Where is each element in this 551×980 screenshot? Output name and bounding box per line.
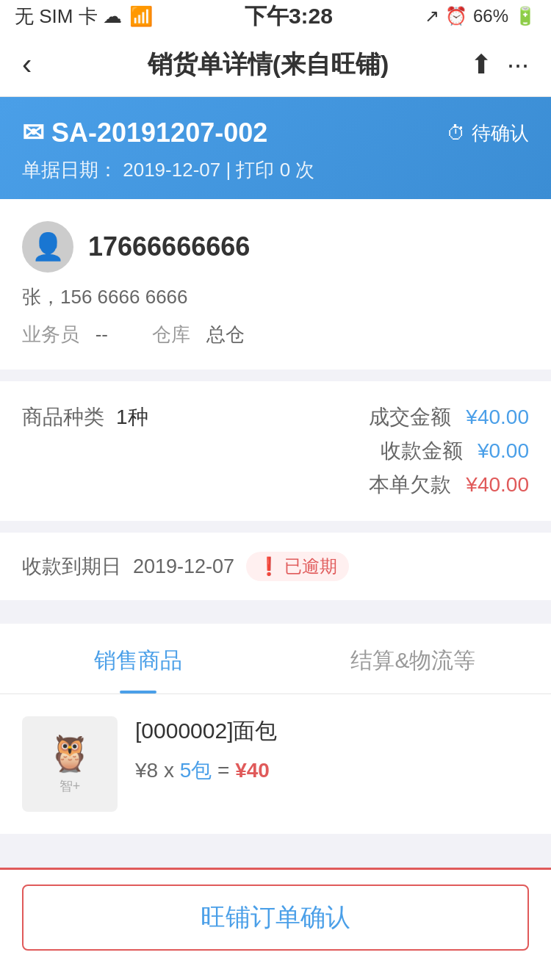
no-sim-text: 无 SIM 卡 ☁ [15,4,122,29]
nav-actions: ⬆ ··· [470,49,529,80]
transaction-value: ¥40.00 [466,406,529,429]
confirm-button-label: 旺铺订单确认 [201,901,350,934]
received-row: 收款金额 ¥0.00 [381,437,529,465]
received-label: 收款金额 [381,437,463,465]
wifi-icon: 📶 [129,5,153,28]
share-icon[interactable]: ⬆ [470,49,492,80]
received-value: ¥0.00 [478,439,529,463]
battery-icon: 🔋 [514,6,536,26]
location-icon: ↗ [425,6,439,26]
product-thumb-logo: 🦉 [48,733,92,774]
price-unit: ¥8 [135,759,158,782]
tab-products-label: 销售商品 [94,648,182,672]
print-info: | 打印 0 次 [226,159,314,181]
alarm-icon: ⏰ [445,6,467,26]
due-date-card: 收款到期日 2019-12-07 ❗ 已逾期 [0,533,551,600]
warehouse-value: 总仓 [206,323,245,345]
more-icon[interactable]: ··· [507,49,529,80]
product-info: [0000002]面包 ¥8 x 5包 = ¥40 [135,716,529,785]
status-bar: 无 SIM 卡 ☁ 📶 下午3:28 ↗ ⏰ 66% 🔋 [0,0,551,32]
overdue-badge: ❗ 已逾期 [246,552,349,581]
tabs-container: 销售商品 结算&物流等 [0,624,551,694]
warehouse-label: 仓库 [152,323,190,345]
overdue-text: 已逾期 [284,555,337,578]
page-title: 销货单详情(来自旺铺) [66,48,470,82]
transaction-label: 成交金额 [369,403,451,431]
summary-left: 商品种类 1种 [22,403,369,431]
overdue-icon: ❗ [258,556,280,577]
multiply-sign: x [164,759,180,782]
status-right: ↗ ⏰ 66% 🔋 [425,6,536,26]
order-header: ✉ SA-20191207-002 ⏱ 待确认 单据日期： 2019-12-07… [0,97,551,199]
product-type-value: 1种 [116,403,148,431]
product-thumb-text: 智+ [60,777,81,795]
tabs: 销售商品 结算&物流等 [0,624,551,694]
status-text: 待确认 [472,120,529,146]
equals-sign: = [217,759,235,782]
status-time: 下午3:28 [245,1,333,32]
owed-row: 本单欠款 ¥40.00 [369,471,529,499]
product-price: ¥8 x 5包 = ¥40 [135,757,529,785]
product-name: [0000002]面包 [135,716,529,746]
owed-label: 本单欠款 [369,471,451,499]
tab-settlement[interactable]: 结算&物流等 [276,624,551,693]
customer-meta: 业务员 -- 仓库 总仓 [22,322,529,347]
summary-card: 商品种类 1种 成交金额 ¥40.00 收款金额 ¥0.00 本单欠款 ¥40.… [0,381,551,521]
avatar-icon: 👤 [32,231,65,262]
status-left: 无 SIM 卡 ☁ 📶 [15,4,153,29]
due-date-value: 2019-12-07 [133,555,234,578]
order-icon: ✉ [22,118,44,148]
bottom-bar: 旺铺订单确认 [0,868,551,980]
quantity: 5包 [180,759,212,782]
product-type-label: 商品种类 [22,403,104,431]
order-number-text: SA-20191207-002 [51,118,267,148]
date-label: 单据日期： [22,159,118,181]
order-date: 单据日期： 2019-12-07 | 打印 0 次 [22,157,529,183]
salesman-label: 业务员 [22,323,79,345]
status-clock-icon: ⏱ [447,122,466,145]
total-price: ¥40 [235,759,270,782]
salesman-value: -- [96,323,108,345]
transaction-row: 成交金额 ¥40.00 [369,403,529,431]
customer-name: 张，156 6666 6666 [22,284,529,310]
divider [0,612,551,624]
order-status: ⏱ 待确认 [447,120,529,146]
confirm-button[interactable]: 旺铺订单确认 [22,884,529,951]
customer-card: 👤 17666666666 张，156 6666 6666 业务员 -- 仓库 … [0,199,551,370]
date-value: 2019-12-07 [123,159,220,181]
customer-phone: 17666666666 [88,231,250,262]
order-number: ✉ SA-20191207-002 [22,118,267,148]
owed-value: ¥40.00 [466,473,529,497]
due-date-label: 收款到期日 [22,553,121,580]
product-thumbnail: 🦉 智+ [22,716,118,812]
product-card: 🦉 智+ [0000002]面包 ¥8 x 5包 = ¥40 [0,694,551,834]
avatar: 👤 [22,221,73,273]
battery-text: 66% [473,6,508,26]
tab-settlement-label: 结算&物流等 [350,648,475,672]
summary-right: 成交金额 ¥40.00 收款金额 ¥0.00 本单欠款 ¥40.00 [369,403,529,499]
nav-bar: ‹ 销货单详情(来自旺铺) ⬆ ··· [0,32,551,97]
tab-products[interactable]: 销售商品 [0,624,276,693]
back-button[interactable]: ‹ [22,48,66,81]
